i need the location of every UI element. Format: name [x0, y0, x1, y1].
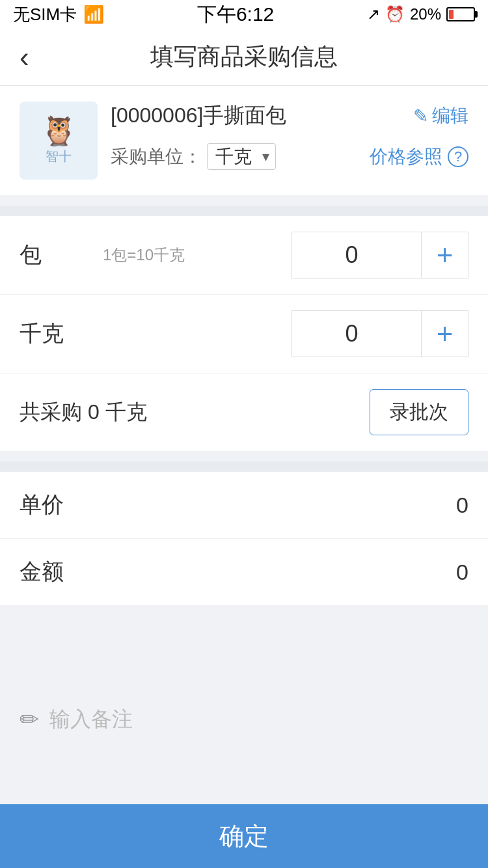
- bag-input[interactable]: [291, 232, 422, 278]
- confirm-button[interactable]: 确定: [0, 804, 488, 868]
- unit-price-value: 0: [456, 493, 468, 518]
- amount-label: 金额: [20, 557, 64, 587]
- page-title: 填写商品采购信息: [150, 41, 338, 73]
- product-thumb-icon: 🦉: [41, 116, 77, 145]
- status-bar: 无SIM卡 📶 下午6:12 ↗ ⏰ 20%: [0, 0, 488, 29]
- info-section: 单价 0 金额 0: [0, 472, 488, 605]
- bag-label: 包: [20, 240, 98, 270]
- status-time: 下午6:12: [197, 1, 274, 28]
- record-batch-button[interactable]: 录批次: [370, 389, 468, 435]
- alarm-icon: ⏰: [385, 5, 405, 23]
- input-section: 包 1包=10千克 + 千克 +: [0, 216, 488, 373]
- help-icon: ?: [448, 146, 468, 167]
- summary-section: 共采购 0 千克 录批次: [0, 373, 488, 451]
- product-thumbnail: 🦉 智十: [20, 102, 98, 180]
- kg-input-wrapper: +: [291, 310, 468, 357]
- price-ref-button[interactable]: 价格参照 ?: [370, 144, 468, 169]
- battery-icon: [446, 7, 475, 21]
- bag-plus-button[interactable]: +: [422, 232, 468, 278]
- bag-sublabel: 1包=10千克: [103, 245, 185, 265]
- amount-value: 0: [456, 560, 468, 585]
- kg-plus-button[interactable]: +: [422, 310, 468, 357]
- product-thumb-label: 智十: [46, 148, 72, 165]
- back-button[interactable]: ‹: [20, 43, 29, 72]
- carrier-text: 无SIM卡: [13, 3, 77, 26]
- kg-input-row: 千克 +: [0, 295, 488, 373]
- product-card: 🦉 智十 [0000006]手撕面包 ✎ 编辑 采购单位： 千克: [0, 86, 488, 195]
- location-icon: ↗: [367, 5, 380, 23]
- kg-input[interactable]: [291, 310, 422, 357]
- battery-fill: [449, 10, 454, 19]
- bag-input-wrapper: +: [291, 232, 468, 278]
- unit-select-wrapper[interactable]: 千克: [207, 143, 276, 170]
- unit-label: 采购单位：: [111, 144, 202, 169]
- product-name-row: [0000006]手撕面包 ✎ 编辑: [111, 102, 468, 130]
- divider-2: [0, 461, 488, 472]
- nav-bar: ‹ 填写商品采购信息: [0, 29, 488, 86]
- amount-row: 金额 0: [0, 539, 488, 605]
- battery-percentage: 20%: [410, 5, 441, 23]
- status-right: ↗ ⏰ 20%: [367, 5, 475, 23]
- price-ref-label: 价格参照: [370, 144, 442, 169]
- kg-label: 千克: [20, 319, 98, 349]
- pencil-icon: ✏: [20, 706, 39, 733]
- unit-price-row: 单价 0: [0, 472, 488, 539]
- edit-button[interactable]: ✎ 编辑: [413, 103, 468, 128]
- unit-select[interactable]: 千克: [207, 143, 276, 170]
- edit-icon: ✎: [413, 105, 428, 127]
- bag-input-row: 包 1包=10千克 +: [0, 216, 488, 295]
- unit-price-label: 单价: [20, 490, 64, 520]
- summary-text: 共采购 0 千克: [20, 398, 147, 427]
- status-left: 无SIM卡 📶: [13, 3, 104, 26]
- product-info: [0000006]手撕面包 ✎ 编辑 采购单位： 千克 价格参照 ?: [111, 102, 468, 170]
- product-unit-row: 采购单位： 千克 价格参照 ?: [111, 143, 468, 170]
- notes-section[interactable]: ✏ 输入备注: [0, 616, 488, 824]
- edit-label: 编辑: [432, 103, 468, 128]
- divider-1: [0, 206, 488, 216]
- product-name: [0000006]手撕面包: [111, 102, 286, 130]
- wifi-icon: 📶: [83, 5, 104, 25]
- notes-placeholder: 输入备注: [49, 705, 133, 734]
